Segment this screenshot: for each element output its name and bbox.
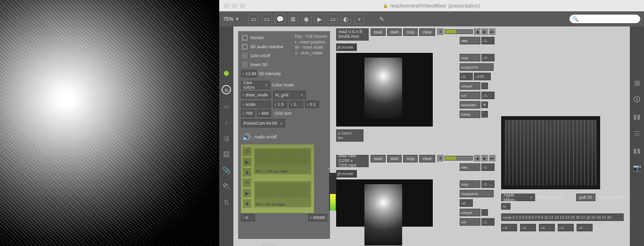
- poll-button[interactable]: poll 20: [576, 194, 595, 201]
- left-rail: ⬢ ◎ ▭ ♪ ⇶ 🖼 📎 🔌 ƀ: [219, 26, 233, 246]
- route-val-2[interactable]: 0: [539, 224, 555, 231]
- invert-toggle[interactable]: [241, 61, 248, 68]
- pause-icon-1[interactable]: ⏸: [437, 28, 444, 35]
- close-window-icon[interactable]: [224, 3, 229, 8]
- stop-btn-1[interactable]: stop: [403, 28, 418, 36]
- scale-x[interactable]: 1.5: [273, 101, 287, 108]
- lp1-1[interactable]: 0: [460, 73, 473, 80]
- clear-btn-1[interactable]: clear: [419, 28, 435, 36]
- start-btn-1[interactable]: start: [387, 28, 402, 36]
- loop-val-1[interactable]: 2: ...: [481, 54, 495, 61]
- interp-check-1[interactable]: [481, 111, 488, 118]
- zoom-dropdown[interactable]: 75%▼: [223, 16, 239, 22]
- beta-icon[interactable]: ƀ: [222, 198, 231, 207]
- grid-w[interactable]: 700: [241, 110, 255, 117]
- autostart-check-1[interactable]: ✕: [481, 102, 488, 108]
- video-preview-1: [336, 53, 433, 127]
- lp2-1[interactable]: 275...: [474, 73, 491, 80]
- loop-val-2[interactable]: 1: ...: [481, 180, 495, 188]
- button-tool-icon[interactable]: ◉: [301, 14, 312, 24]
- pause-icon-2[interactable]: ⏸: [437, 155, 444, 161]
- camera-dropdown[interactable]: PocketCam 64-bit: [241, 119, 285, 127]
- split-icon[interactable]: ▮▮: [633, 146, 641, 155]
- music-icon[interactable]: ♪: [222, 118, 231, 127]
- start-btn-2[interactable]: start: [387, 155, 402, 162]
- panel-icon[interactable]: ▭: [222, 102, 231, 110]
- output-preview: [501, 116, 600, 189]
- dial-tool-icon[interactable]: ◐: [341, 14, 351, 24]
- next-icon-1[interactable]: ⏭: [489, 28, 495, 35]
- paint-tool-icon[interactable]: ✎: [377, 14, 387, 24]
- camera-icon[interactable]: 📷: [633, 163, 641, 172]
- prev-icon-1[interactable]: ◀: [474, 28, 480, 35]
- stop-btn-2[interactable]: stop: [403, 155, 418, 162]
- lp1-2[interactable]: 0: [460, 199, 473, 207]
- prev-icon-2[interactable]: ◀: [474, 155, 480, 161]
- play-icon-2[interactable]: ▶: [481, 155, 488, 161]
- scrub-slider-2[interactable]: [445, 156, 473, 161]
- track-1[interactable]: #0.1. I kill you..wav: [254, 148, 311, 174]
- read-btn-2[interactable]: read: [371, 155, 386, 162]
- play-icon-1[interactable]: ▶: [481, 28, 488, 35]
- toggle-tool-icon[interactable]: ⊠: [288, 14, 298, 24]
- unique-check-2[interactable]: [481, 209, 488, 216]
- list-icon[interactable]: ☰: [633, 129, 641, 138]
- vol-val-2[interactable]: 1.: [481, 218, 495, 226]
- route-icon[interactable]: ⇶: [222, 134, 231, 143]
- number-tool-icon[interactable]: ▶: [314, 14, 325, 24]
- plug-icon[interactable]: 🔌: [222, 182, 231, 191]
- route-val-0[interactable]: 0: [501, 224, 517, 231]
- scale-y[interactable]: 1.: [289, 101, 303, 108]
- transport-2: ⏸ ◀ ▶ ⏭: [437, 155, 495, 161]
- grid-h[interactable]: 600: [257, 110, 271, 117]
- grid-label: Grid on/off: [250, 53, 270, 58]
- app-window: 🔒 reactivemeshVideoMixer (presentation) …: [219, 0, 644, 246]
- route-val-4[interactable]: 0: [577, 224, 593, 231]
- track-2[interactable]: #0.4. Me persigui...: [254, 181, 311, 207]
- rate-val-1[interactable]: 1.: [481, 37, 495, 44]
- rate-val-2[interactable]: 1.: [481, 163, 495, 171]
- device-dropdown[interactable]: Apple Mikey...: [501, 194, 535, 201]
- read-btn-1[interactable]: read: [371, 28, 386, 36]
- route-val-1[interactable]: 0: [520, 224, 536, 231]
- columns-icon[interactable]: ▮▮: [633, 112, 641, 121]
- object-tool-icon[interactable]: ▭: [248, 14, 259, 24]
- audio-reactive-toggle[interactable]: ✕: [241, 43, 248, 51]
- minimize-window-icon[interactable]: [232, 3, 237, 8]
- comment-tool-icon[interactable]: 💬: [275, 14, 285, 24]
- loop2-icon[interactable]: ⟳: [243, 178, 251, 187]
- unique-check-1[interactable]: [481, 83, 488, 89]
- target-icon[interactable]: ◎: [222, 85, 231, 94]
- attach-icon[interactable]: 📎: [222, 166, 231, 175]
- cam-colors-dropdown[interactable]: Cam colors: [241, 81, 270, 89]
- zoom-window-icon[interactable]: [240, 3, 245, 8]
- scope-value[interactable]: 88088: [308, 214, 327, 221]
- cube-icon[interactable]: ⬢: [222, 69, 231, 77]
- stop2-icon[interactable]: ■: [243, 199, 251, 208]
- intensity-value[interactable]: 13.89: [241, 70, 257, 77]
- slider-tool-icon[interactable]: ▭: [328, 14, 338, 24]
- draw-mode-dropdown[interactable]: tri_grid: [273, 91, 306, 99]
- search-input[interactable]: 🔍: [570, 15, 640, 23]
- next-icon-2[interactable]: ⏭: [489, 155, 495, 161]
- grid-toggle[interactable]: [241, 52, 248, 59]
- file-box-2[interactable]: read zam (1280 x 720).mp4: [336, 155, 369, 167]
- scope-zero[interactable]: 0: [241, 214, 255, 221]
- info-icon[interactable]: ⓘ: [633, 95, 641, 104]
- file-box-1[interactable]: read V.S.A ft Druhb.mov: [336, 28, 369, 41]
- route-val-3[interactable]: 0: [558, 224, 574, 231]
- image-icon[interactable]: 🖼: [222, 150, 231, 159]
- scrub-slider-1[interactable]: [445, 29, 473, 34]
- grid-panel-icon[interactable]: ▦: [633, 78, 641, 87]
- message-tool-icon[interactable]: ▭: [262, 14, 272, 24]
- speaker-icon[interactable]: 🔊: [241, 131, 252, 143]
- loop-icon[interactable]: ⟳: [243, 147, 251, 156]
- vol-val-1[interactable]: 1.: [481, 92, 495, 99]
- play2-icon[interactable]: ▶: [243, 189, 251, 197]
- stop-icon[interactable]: ■: [243, 168, 251, 177]
- add-tool-icon[interactable]: +: [354, 14, 364, 24]
- render-toggle[interactable]: ✕: [241, 34, 248, 42]
- scale-z[interactable]: 0.1: [305, 101, 319, 108]
- clear-btn-2[interactable]: clear: [419, 155, 435, 162]
- play-icon[interactable]: ▶: [243, 158, 251, 166]
